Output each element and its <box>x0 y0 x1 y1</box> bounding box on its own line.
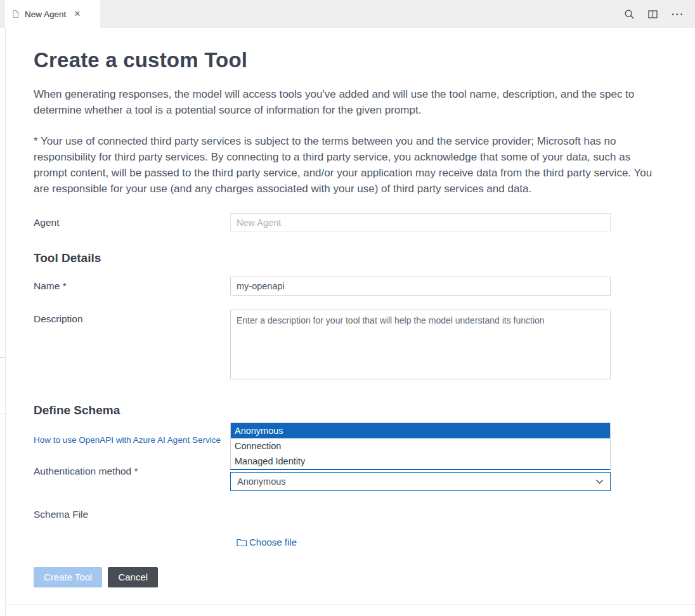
create-tool-button[interactable]: Create Tool <box>34 567 102 587</box>
split-editor-icon[interactable] <box>647 9 658 20</box>
name-input[interactable] <box>230 277 611 296</box>
bottom-divider <box>5 604 695 605</box>
tab-bar: New Agent × ⋯ <box>0 0 695 28</box>
chevron-down-icon <box>595 479 604 485</box>
schema-file-row: Schema File Choose file <box>34 509 611 549</box>
left-gutter-line <box>5 28 6 616</box>
agent-label: Agent <box>34 213 230 232</box>
auth-option-connection[interactable]: Connection <box>231 438 610 454</box>
more-actions-icon[interactable]: ⋯ <box>671 8 684 20</box>
schema-file-label: Schema File <box>34 509 230 549</box>
description-label: Description <box>34 310 230 382</box>
gutter-mark <box>0 414 5 414</box>
search-icon[interactable] <box>624 9 635 20</box>
description-textarea[interactable] <box>230 310 611 379</box>
disclaimer-paragraph: * Your use of connected third party serv… <box>34 133 659 197</box>
agent-row: Agent <box>34 213 611 232</box>
intro-paragraph: When generating responses, the model wil… <box>34 86 659 118</box>
section-heading-define-schema: Define Schema <box>34 403 659 417</box>
button-row: Create Tool Cancel <box>34 567 695 587</box>
folder-icon <box>237 538 247 547</box>
auth-select[interactable]: Anonymous <box>230 472 611 491</box>
auth-dropdown-listbox: Anonymous Connection Managed Identity <box>230 423 611 470</box>
tab-new-agent[interactable]: New Agent × <box>5 0 100 28</box>
gutter-mark <box>0 357 5 358</box>
tab-close-icon[interactable]: × <box>74 9 80 19</box>
choose-file-button[interactable]: Choose file <box>237 537 297 547</box>
choose-file-label: Choose file <box>249 537 297 547</box>
main-content: Create a custom Tool When generating res… <box>0 28 695 549</box>
auth-option-anonymous[interactable]: Anonymous <box>231 423 610 438</box>
description-row: Description <box>34 310 611 382</box>
cancel-button[interactable]: Cancel <box>108 567 158 587</box>
auth-method-label: Authentication method * <box>34 466 230 477</box>
auth-option-managed-identity[interactable]: Managed Identity <box>231 454 610 469</box>
tab-label: New Agent <box>25 10 66 19</box>
page-title: Create a custom Tool <box>34 48 659 72</box>
auth-select-value: Anonymous <box>237 476 286 487</box>
section-heading-tool-details: Tool Details <box>34 251 659 265</box>
name-label: Name * <box>34 277 230 296</box>
agent-input[interactable] <box>230 213 611 232</box>
auth-block: How to use OpenAPI with Azure AI Agent S… <box>34 423 611 491</box>
openapi-docs-link[interactable]: How to use OpenAPI with Azure AI Agent S… <box>34 435 221 445</box>
name-row: Name * <box>34 277 611 296</box>
file-icon <box>11 10 20 18</box>
